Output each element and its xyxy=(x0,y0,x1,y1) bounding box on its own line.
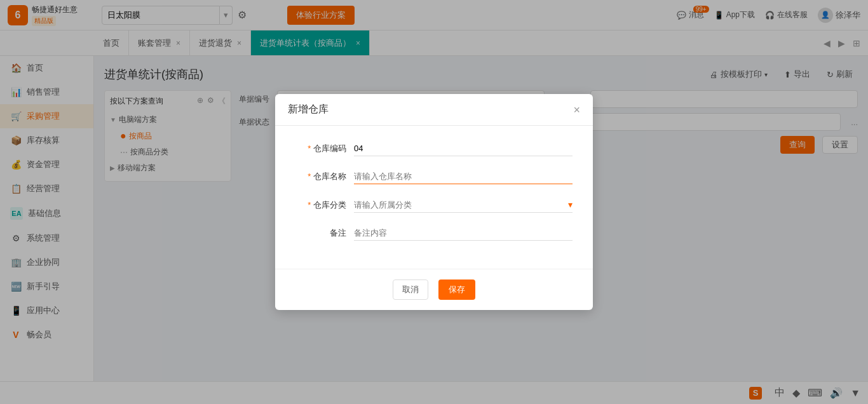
modal-body: 仓库编码 仓库名称 仓库分类 ▾ xyxy=(275,126,593,269)
remark-input[interactable] xyxy=(354,226,573,241)
category-select-wrap[interactable]: ▾ xyxy=(354,197,573,213)
modal-header: 新增仓库 × xyxy=(275,94,593,126)
code-input[interactable] xyxy=(354,141,573,156)
modal-footer: 取消 保存 xyxy=(275,269,593,310)
category-dropdown-arrow[interactable]: ▾ xyxy=(568,199,573,210)
modal-new-warehouse: 新增仓库 × 仓库编码 仓库名称 仓库分类 xyxy=(275,94,593,310)
name-label: 仓库名称 xyxy=(295,171,346,182)
modal-backdrop[interactable]: 新增仓库 × 仓库编码 仓库名称 仓库分类 xyxy=(0,0,868,404)
form-row-code: 仓库编码 xyxy=(295,141,573,156)
form-row-category: 仓库分类 ▾ xyxy=(295,197,573,213)
form-row-remark: 备注 xyxy=(295,226,573,241)
modal-title: 新增仓库 xyxy=(288,103,329,116)
modal-close-button[interactable]: × xyxy=(573,104,580,116)
save-button[interactable]: 保存 xyxy=(438,279,475,300)
category-input[interactable] xyxy=(354,200,568,210)
cancel-button[interactable]: 取消 xyxy=(393,279,428,300)
form-row-name: 仓库名称 xyxy=(295,169,573,184)
code-label: 仓库编码 xyxy=(295,143,346,154)
name-input[interactable] xyxy=(354,169,573,184)
category-label: 仓库分类 xyxy=(295,199,346,211)
remark-label: 备注 xyxy=(295,227,346,239)
